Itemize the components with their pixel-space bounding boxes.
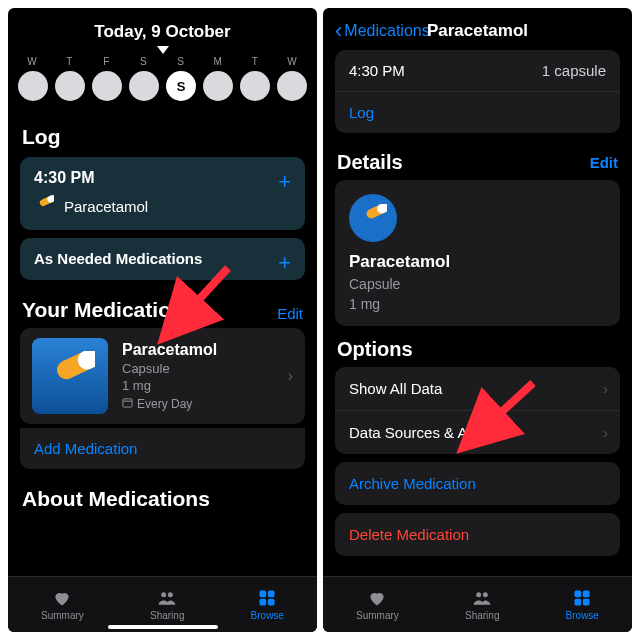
medication-dose: 1 mg: [122, 378, 293, 393]
people-icon: [471, 588, 493, 608]
day-dot[interactable]: [277, 71, 307, 101]
date-header: Today, 9 October: [8, 8, 317, 46]
svg-rect-8: [260, 591, 267, 598]
weekday-label: T: [239, 56, 271, 67]
log-time: 4:30 PM: [34, 169, 291, 187]
options-title: Options: [337, 338, 413, 361]
day-dot[interactable]: [92, 71, 122, 101]
day-dot-current[interactable]: S: [166, 71, 196, 101]
as-needed-card[interactable]: As Needed Medications +: [20, 238, 305, 280]
svg-point-16: [483, 592, 488, 597]
heart-icon: [366, 588, 388, 608]
pill-icon: [34, 195, 54, 218]
medication-row[interactable]: Paracetamol Capsule 1 mg Every Day ›: [20, 328, 305, 424]
tab-sharing[interactable]: Sharing: [150, 588, 184, 621]
archive-medication-button[interactable]: Archive Medication: [335, 462, 620, 505]
medication-image: [32, 338, 108, 414]
weekday-label: F: [91, 56, 123, 67]
delete-medication-button[interactable]: Delete Medication: [335, 513, 620, 556]
day-dot[interactable]: [55, 71, 85, 101]
detail-card: Paracetamol Capsule 1 mg: [335, 180, 620, 326]
chevron-right-icon: ›: [603, 425, 608, 441]
svg-point-15: [476, 592, 481, 597]
tab-sharing[interactable]: Sharing: [465, 588, 499, 621]
detail-med-dose: 1 mg: [349, 296, 606, 312]
medication-frequency: Every Day: [137, 397, 192, 411]
log-button[interactable]: Log: [335, 92, 620, 133]
day-dot[interactable]: [18, 71, 48, 101]
weekday-row: W T F S S M T W: [8, 56, 317, 67]
current-day-indicator: [157, 46, 169, 54]
svg-point-7: [168, 592, 173, 597]
schedule-row[interactable]: 4:30 PM 1 capsule: [335, 50, 620, 91]
detail-med-name: Paracetamol: [349, 252, 606, 272]
day-selector[interactable]: S: [8, 67, 317, 113]
weekday-label: T: [54, 56, 86, 67]
home-indicator: [108, 625, 218, 629]
day-dot[interactable]: [129, 71, 159, 101]
svg-rect-9: [268, 591, 275, 598]
weekday-label: S: [165, 56, 197, 67]
svg-rect-19: [575, 599, 582, 606]
chevron-left-icon: ‹: [335, 18, 342, 44]
log-med-name: Paracetamol: [64, 198, 148, 215]
data-sources-row[interactable]: Data Sources & Access ›: [335, 410, 620, 454]
add-as-needed-icon[interactable]: +: [278, 252, 291, 274]
weekday-label: W: [276, 56, 308, 67]
tab-bar: Summary Sharing Browse: [323, 576, 632, 632]
tab-browse[interactable]: Browse: [566, 588, 599, 621]
svg-rect-11: [268, 599, 275, 606]
grid-icon: [571, 588, 593, 608]
svg-point-6: [161, 592, 166, 597]
edit-link[interactable]: Edit: [277, 305, 303, 322]
medication-type: Capsule: [122, 361, 293, 376]
options-list: Show All Data › Data Sources & Access ›: [335, 367, 620, 454]
tab-bar: Summary Sharing Browse: [8, 576, 317, 632]
about-medications-title: About Medications: [8, 469, 317, 519]
as-needed-label: As Needed Medications: [34, 250, 202, 267]
left-screenshot: Today, 9 October W T F S S M T W S Log 4…: [8, 8, 317, 632]
chevron-right-icon: ›: [603, 381, 608, 397]
day-dot[interactable]: [203, 71, 233, 101]
pill-icon: [349, 194, 397, 242]
details-title: Details: [337, 151, 403, 174]
log-section-title: Log: [8, 113, 317, 157]
log-time-card[interactable]: 4:30 PM Paracetamol +: [20, 157, 305, 230]
tab-summary[interactable]: Summary: [41, 588, 84, 621]
svg-rect-18: [583, 591, 590, 598]
edit-details-link[interactable]: Edit: [590, 154, 618, 171]
back-button[interactable]: ‹ Medications: [335, 18, 430, 44]
day-dot[interactable]: [240, 71, 270, 101]
svg-rect-4: [123, 399, 132, 407]
svg-rect-17: [575, 591, 582, 598]
schedule-time: 4:30 PM: [349, 62, 405, 79]
show-all-data-row[interactable]: Show All Data ›: [335, 367, 620, 410]
tab-summary[interactable]: Summary: [356, 588, 399, 621]
people-icon: [156, 588, 178, 608]
medication-name: Paracetamol: [122, 341, 293, 359]
schedule-amount: 1 capsule: [542, 62, 606, 79]
weekday-label: S: [128, 56, 160, 67]
your-medications-title: Your Medications: [22, 298, 195, 322]
svg-rect-20: [583, 599, 590, 606]
detail-med-type: Capsule: [349, 276, 606, 292]
chevron-right-icon: ›: [288, 367, 293, 385]
weekday-label: W: [17, 56, 49, 67]
heart-icon: [51, 588, 73, 608]
right-screenshot: ‹ Medications Paracetamol 4:30 PM 1 caps…: [323, 8, 632, 632]
add-log-icon[interactable]: +: [278, 171, 291, 193]
svg-rect-10: [260, 599, 267, 606]
add-medication-button[interactable]: Add Medication: [20, 428, 305, 469]
weekday-label: M: [202, 56, 234, 67]
calendar-icon: [122, 397, 133, 411]
grid-icon: [256, 588, 278, 608]
tab-browse[interactable]: Browse: [251, 588, 284, 621]
